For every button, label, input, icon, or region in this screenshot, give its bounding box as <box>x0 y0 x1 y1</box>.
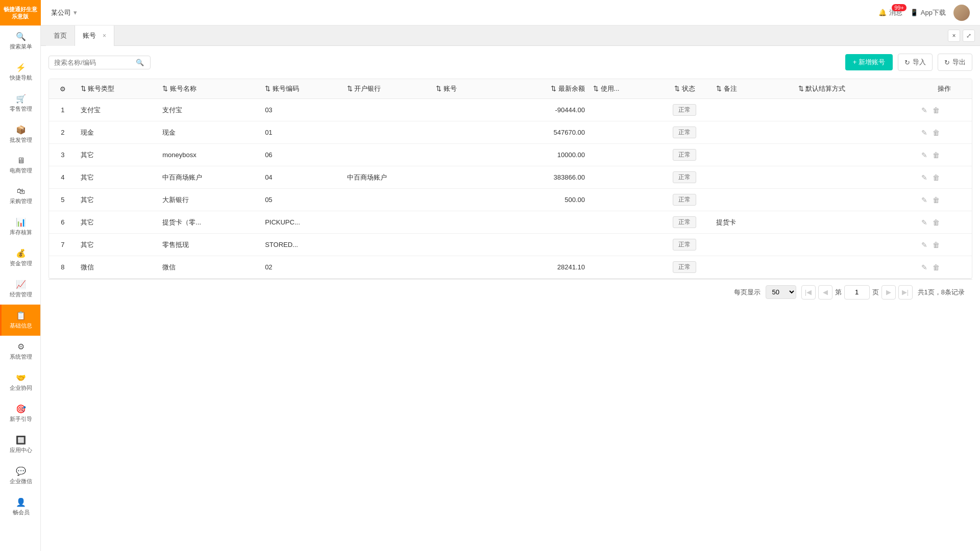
row-default <box>794 234 917 256</box>
row-type: 微信 <box>77 256 159 279</box>
sidebar-item-label: 畅会员 <box>13 509 30 516</box>
col-status-header[interactable]: ⇅ 状态 <box>657 79 712 99</box>
edit-icon[interactable]: ✎ <box>921 129 927 137</box>
edit-icon[interactable]: ✎ <box>921 241 927 249</box>
delete-icon[interactable]: 🗑 <box>933 196 940 204</box>
edit-icon[interactable]: ✎ <box>921 218 927 227</box>
row-status: 正常 <box>657 121 712 144</box>
edit-icon[interactable]: ✎ <box>921 106 927 114</box>
delete-icon[interactable]: 🗑 <box>933 129 940 137</box>
import-button[interactable]: ↻ 导入 <box>898 54 933 71</box>
page-content: 🔍 + 新增账号 ↻ 导入 ↻ 导出 ⚙ ⇅ 账号类型 <box>41 46 980 551</box>
row-default <box>794 256 917 279</box>
col-type-header[interactable]: ⇅ 账号类型 <box>77 79 159 99</box>
sidebar-item-inventory[interactable]: 📊 库存核算 <box>0 211 40 242</box>
sidebar-item-ecommerce[interactable]: 🖥 电商管理 <box>0 150 40 181</box>
sidebar-item-purchase[interactable]: 🛍 采购管理 <box>0 181 40 211</box>
app-download-icon: 📱 <box>910 9 918 16</box>
edit-icon[interactable]: ✎ <box>921 173 927 182</box>
row-balance: 547670.00 <box>500 121 589 144</box>
next-page-button[interactable]: ▶ <box>881 285 896 299</box>
edit-icon[interactable]: ✎ <box>921 196 927 204</box>
sidebar-item-system[interactable]: ⚙ 系统管理 <box>0 336 40 367</box>
top-header: 某公司 ▾ 🔔 消息 99+ 📱 App下载 <box>41 0 980 26</box>
sidebar-item-shortcuts[interactable]: ⚡ 快捷导航 <box>0 57 40 88</box>
delete-icon[interactable]: 🗑 <box>933 218 940 227</box>
sidebar-item-wholesale[interactable]: 📦 批发管理 <box>0 119 40 150</box>
tab-close-icon[interactable]: × <box>103 32 106 39</box>
row-balance: 10000.00 <box>500 144 589 166</box>
company-selector[interactable]: 某公司 ▾ <box>51 8 77 17</box>
prev-page-button[interactable]: ◀ <box>818 285 832 299</box>
col-bank-header[interactable]: ⇅ 开户银行 <box>343 79 432 99</box>
guide-icon: 🎯 <box>16 404 26 414</box>
sidebar-item-basic-info[interactable]: 📋 基础信息 <box>0 305 40 336</box>
per-page-label: 每页显示 <box>734 288 761 297</box>
sidebar-item-enterprise[interactable]: 🤝 企业协同 <box>0 367 40 398</box>
edit-icon[interactable]: ✎ <box>921 263 927 271</box>
tab-home[interactable]: 首页 <box>46 26 75 46</box>
col-account-header[interactable]: ⇅ 账号 <box>432 79 500 99</box>
sidebar-item-label: 新手引导 <box>10 415 32 423</box>
row-action: ✎ 🗑 <box>917 211 972 234</box>
sidebar-item-members[interactable]: 👤 畅会员 <box>0 491 40 522</box>
col-code-header[interactable]: ⇅ 账号编码 <box>261 79 343 99</box>
col-balance-header[interactable]: ⇅ 最新余额 <box>500 79 589 99</box>
row-type: 其它 <box>77 211 159 234</box>
sidebar-item-label: 企业协同 <box>10 384 32 392</box>
row-usage <box>589 121 657 144</box>
col-remark-header[interactable]: ⇅ 备注 <box>712 79 794 99</box>
user-avatar[interactable] <box>953 5 970 21</box>
add-account-button[interactable]: + 新增账号 <box>845 54 893 70</box>
window-close-button[interactable]: × <box>948 30 960 42</box>
last-page-button[interactable]: ▶| <box>898 285 913 299</box>
row-number: 7 <box>49 234 77 256</box>
page-number-input[interactable] <box>844 285 870 299</box>
delete-icon[interactable]: 🗑 <box>933 263 940 271</box>
sort-icon: ⇅ <box>674 85 680 92</box>
sidebar-item-operations[interactable]: 📈 经营管理 <box>0 273 40 305</box>
delete-icon[interactable]: 🗑 <box>933 151 940 159</box>
row-bank <box>343 211 432 234</box>
operations-icon: 📈 <box>16 280 26 289</box>
retail-icon: 🛒 <box>16 94 26 104</box>
edit-icon[interactable]: ✎ <box>921 151 927 159</box>
finance-icon: 💰 <box>16 248 26 258</box>
sidebar-item-retail[interactable]: 🛒 零售管理 <box>0 88 40 119</box>
row-account <box>432 211 500 234</box>
col-settings-header[interactable]: ⚙ <box>49 79 77 99</box>
delete-icon[interactable]: 🗑 <box>933 241 940 249</box>
chevron-down-icon: ▾ <box>74 9 77 16</box>
sidebar-item-search[interactable]: 🔍 搜索菜单 <box>0 26 40 57</box>
row-status: 正常 <box>657 256 712 279</box>
sidebar-item-finance[interactable]: 💰 资金管理 <box>0 242 40 273</box>
sidebar-item-guide[interactable]: 🎯 新手引导 <box>0 398 40 429</box>
row-usage <box>589 211 657 234</box>
export-button[interactable]: ↻ 导出 <box>938 54 972 71</box>
per-page-select[interactable]: 50 100 200 <box>766 285 796 299</box>
tab-account[interactable]: 账号 × <box>75 26 114 46</box>
col-usage-header[interactable]: ⇅ 使用... <box>589 79 657 99</box>
search-box[interactable]: 🔍 <box>48 56 151 69</box>
window-expand-button[interactable]: ⤢ <box>963 30 975 42</box>
table-row: 3 其它 moneybosx 06 10000.00 正常 ✎ 🗑 <box>49 144 972 166</box>
app-download-button[interactable]: 📱 App下载 <box>910 8 946 17</box>
delete-icon[interactable]: 🗑 <box>933 173 940 182</box>
sidebar-item-label: 应用中心 <box>10 446 32 454</box>
sort-icon: ⇅ <box>347 85 353 92</box>
message-button[interactable]: 🔔 消息 99+ <box>878 8 902 17</box>
sidebar-item-wechat-work[interactable]: 💬 企业微信 <box>0 460 40 491</box>
col-default-header[interactable]: ⇅ 默认结算方式 <box>794 79 917 99</box>
row-type: 支付宝 <box>77 99 159 121</box>
basic-info-icon: 📋 <box>16 311 26 320</box>
search-icon[interactable]: 🔍 <box>136 59 144 66</box>
sidebar-item-app-center[interactable]: 🔲 应用中心 <box>0 429 40 460</box>
row-number: 6 <box>49 211 77 234</box>
first-page-button[interactable]: |◀ <box>801 285 816 299</box>
delete-icon[interactable]: 🗑 <box>933 106 940 114</box>
message-icon: 🔔 <box>878 9 887 16</box>
row-type: 其它 <box>77 166 159 189</box>
search-input[interactable] <box>54 59 136 66</box>
col-name-header[interactable]: ⇅ 账号名称 <box>158 79 261 99</box>
sort-icon: ⇅ <box>162 85 168 92</box>
